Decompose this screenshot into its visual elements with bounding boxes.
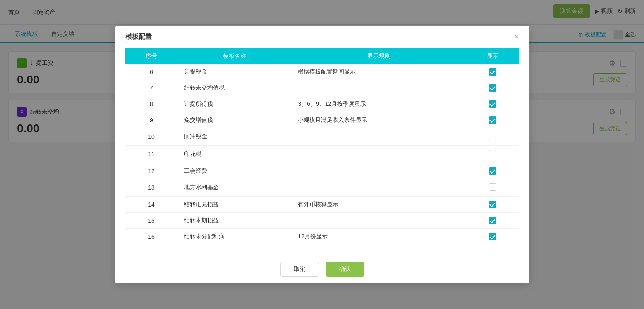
cell-checkbox[interactable] (467, 196, 519, 212)
table-row: 10回冲税金 (125, 128, 519, 145)
cell-name: 工会经费 (177, 163, 291, 179)
col-name: 模板名称 (177, 48, 291, 64)
cell-index: 9 (125, 112, 178, 128)
modal-template-config: 模板配置 × 序号 模板名称 显示规则 显示 6计提税金根据模板配置期间显示7结… (115, 26, 529, 283)
cell-checkbox[interactable] (467, 112, 519, 128)
cell-index: 14 (125, 196, 178, 212)
cell-name: 计提税金 (177, 64, 291, 80)
col-rule: 显示规则 (291, 48, 466, 64)
modal-overlay[interactable]: 模板配置 × 序号 模板名称 显示规则 显示 6计提税金根据模板配置期间显示7结… (0, 0, 644, 309)
modal-header: 模板配置 × (115, 26, 529, 48)
modal-footer: 取消 确认 (115, 255, 529, 283)
cell-checkbox[interactable] (467, 64, 519, 80)
cell-name: 结转未交增值税 (177, 80, 291, 96)
cell-name: 结转未分配利润 (177, 228, 291, 245)
table-body: 6计提税金根据模板配置期间显示7结转未交增值税8计提所得税3、6、9、12月按季… (125, 64, 519, 245)
cell-rule: 有外币核算显示 (291, 196, 466, 212)
table-row: 11印花税 (125, 145, 519, 163)
col-display: 显示 (467, 48, 519, 64)
cell-checkbox[interactable] (467, 128, 519, 145)
table-row: 12工会经费 (125, 163, 519, 179)
table-row: 14结转汇兑损益有外币核算显示 (125, 196, 519, 212)
checkbox-checked[interactable] (489, 100, 496, 108)
cell-rule (291, 145, 466, 163)
cell-name: 计提所得税 (177, 96, 291, 112)
cell-rule (291, 128, 466, 145)
cell-name: 结转汇兑损益 (177, 196, 291, 212)
cell-name: 结转本期损益 (177, 212, 291, 228)
cell-rule: 小规模且满足收入条件显示 (291, 112, 466, 128)
checkbox-checked[interactable] (489, 84, 496, 92)
checkbox-checked[interactable] (489, 201, 496, 208)
config-table: 序号 模板名称 显示规则 显示 6计提税金根据模板配置期间显示7结转未交增值税8… (125, 48, 519, 245)
table-row: 8计提所得税3、6、9、12月按季度显示 (125, 96, 519, 112)
cell-index: 15 (125, 212, 178, 228)
table-row: 15结转本期损益 (125, 212, 519, 228)
table-row: 16结转未分配利润12月份显示 (125, 228, 519, 245)
table-head: 序号 模板名称 显示规则 显示 (125, 48, 519, 64)
confirm-button[interactable]: 确认 (326, 262, 364, 277)
col-index: 序号 (125, 48, 178, 64)
cell-index: 7 (125, 80, 178, 96)
cell-index: 11 (125, 145, 178, 163)
cell-name: 印花税 (177, 145, 291, 163)
cell-index: 13 (125, 179, 178, 196)
cell-rule (291, 212, 466, 228)
cell-index: 16 (125, 228, 178, 245)
checkbox-checked[interactable] (489, 68, 496, 76)
cell-checkbox[interactable] (467, 163, 519, 179)
cell-index: 12 (125, 163, 178, 179)
cell-checkbox[interactable] (467, 179, 519, 196)
cell-index: 8 (125, 96, 178, 112)
checkbox-checked[interactable] (489, 217, 496, 224)
cell-rule: 3、6、9、12月按季度显示 (291, 96, 466, 112)
modal-title: 模板配置 (125, 33, 152, 41)
cell-checkbox[interactable] (467, 212, 519, 228)
cell-checkbox[interactable] (467, 96, 519, 112)
table-row: 13地方水利基金 (125, 179, 519, 196)
modal-body: 序号 模板名称 显示规则 显示 6计提税金根据模板配置期间显示7结转未交增值税8… (115, 48, 529, 255)
table-row: 7结转未交增值税 (125, 80, 519, 96)
checkbox-unchecked[interactable] (489, 150, 496, 157)
cell-name: 地方水利基金 (177, 179, 291, 196)
cell-rule: 12月份显示 (291, 228, 466, 245)
cell-rule (291, 179, 466, 196)
cancel-button[interactable]: 取消 (280, 262, 319, 277)
checkbox-unchecked[interactable] (489, 133, 496, 140)
modal-close-button[interactable]: × (515, 33, 519, 40)
cell-checkbox[interactable] (467, 80, 519, 96)
cell-checkbox[interactable] (467, 145, 519, 163)
cell-rule (291, 163, 466, 179)
cell-index: 6 (125, 64, 178, 80)
cell-rule: 根据模板配置期间显示 (291, 64, 466, 80)
cell-index: 10 (125, 128, 178, 145)
table-row: 9免交增值税小规模且满足收入条件显示 (125, 112, 519, 128)
cell-checkbox[interactable] (467, 228, 519, 245)
cell-name: 免交增值税 (177, 112, 291, 128)
checkbox-unchecked[interactable] (489, 183, 496, 191)
checkbox-checked[interactable] (489, 116, 496, 124)
table-row: 6计提税金根据模板配置期间显示 (125, 64, 519, 80)
cell-name: 回冲税金 (177, 128, 291, 145)
checkbox-checked[interactable] (489, 233, 496, 240)
checkbox-checked[interactable] (489, 167, 496, 175)
cell-rule (291, 80, 466, 96)
